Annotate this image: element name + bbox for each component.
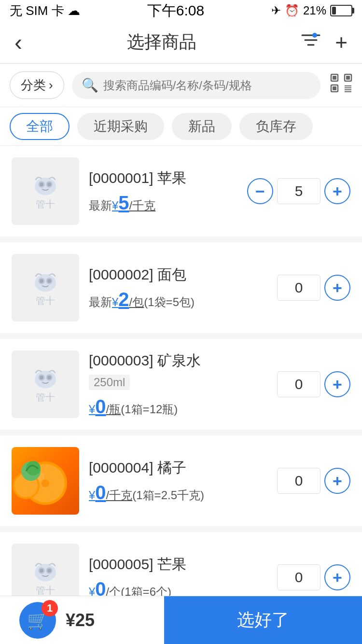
status-bar: 无 SIM 卡 ☁ 下午6:08 ✈ ⏰ 21% <box>0 0 362 21</box>
price-row: ¥ 0 /瓶 (1箱=12瓶) <box>89 396 267 418</box>
quantity-control: + <box>277 468 350 494</box>
brand-label: 管十 <box>36 294 55 308</box>
brand-label: 管十 <box>36 391 55 404</box>
filter-icon[interactable] <box>301 31 320 53</box>
category-label: 分类 <box>21 77 46 94</box>
nav-bar: ‹ 选择商品 + <box>0 21 362 64</box>
tab-new[interactable]: 新品 <box>172 113 232 140</box>
tab-recent[interactable]: 近期采购 <box>77 113 164 140</box>
product-info: [0000002] 面包 最新 ¥ 2 /包 (1袋=5包) <box>79 265 277 310</box>
product-name: [0000004] 橘子 <box>89 458 267 478</box>
tab-all[interactable]: 全部 <box>10 113 70 140</box>
qty-minus-button[interactable]: − <box>247 178 273 204</box>
product-list: 管十 [0000001] 苹果 最新 ¥ 5 /千克 − + <box>0 146 362 644</box>
svg-rect-8 <box>346 76 350 80</box>
svg-rect-7 <box>333 76 336 80</box>
search-input-wrap: 🔍 <box>72 72 320 99</box>
qty-input[interactable] <box>277 371 320 397</box>
product-image: 管十 <box>12 157 79 225</box>
qty-input[interactable] <box>277 564 320 590</box>
search-bar: 分类 › 🔍 <box>0 64 362 107</box>
cart-area: 🛒 1 ¥25 <box>0 602 164 639</box>
svg-point-41 <box>47 569 51 573</box>
qty-input[interactable] <box>277 275 320 301</box>
svg-point-19 <box>35 274 56 292</box>
status-right: ✈ ⏰ 21% <box>271 4 352 17</box>
owl-icon: 管十 <box>12 350 79 418</box>
svg-point-36 <box>42 479 49 487</box>
product-image: 管十 <box>12 350 79 418</box>
product-name: [0000001] 苹果 <box>89 168 237 188</box>
brand-label: 管十 <box>36 198 55 211</box>
svg-point-27 <box>40 376 43 379</box>
tab-negative[interactable]: 负库存 <box>239 113 313 140</box>
quantity-control: + <box>277 371 350 397</box>
bottom-bar: 🛒 1 ¥25 选好了 <box>0 596 362 644</box>
price-row: 最新 ¥ 2 /包 (1袋=5包) <box>89 289 267 310</box>
svg-point-14 <box>35 178 56 195</box>
quantity-control: + <box>277 564 350 590</box>
category-button[interactable]: 分类 › <box>10 71 64 99</box>
quantity-control: − + <box>247 178 350 204</box>
product-name: [0000002] 面包 <box>89 265 267 285</box>
status-time: 下午6:08 <box>147 1 204 21</box>
alarm-icon: ⏰ <box>285 4 299 17</box>
battery-percent: 21% <box>303 4 326 17</box>
qty-plus-button[interactable]: + <box>324 468 350 494</box>
nav-actions: + <box>301 30 348 55</box>
svg-point-40 <box>40 569 43 573</box>
svg-point-17 <box>40 182 43 186</box>
price-row: 最新 ¥ 5 /千克 <box>89 192 237 214</box>
sim-status: 无 SIM 卡 ☁ <box>10 2 80 19</box>
cart-total: ¥25 <box>66 610 95 630</box>
product-info: [0000004] 橘子 ¥ 0 /千克 (1箱=2.5千克) <box>79 458 277 504</box>
cart-badge: 1 <box>42 600 58 616</box>
tab-bar: 全部 近期采购 新品 负库存 <box>0 107 362 146</box>
svg-point-22 <box>40 279 43 283</box>
search-input[interactable] <box>103 79 311 92</box>
svg-point-37 <box>35 564 56 581</box>
product-image: 管十 <box>12 254 79 322</box>
product-name: [0000005] 芒果 <box>89 555 267 574</box>
product-item: 管十 [0000002] 面包 最新 ¥ 2 /包 (1袋=5包) + <box>0 242 362 339</box>
svg-point-28 <box>47 376 51 379</box>
product-image <box>12 447 79 515</box>
owl-icon: 管十 <box>12 254 79 322</box>
svg-point-23 <box>47 279 51 283</box>
page-title: 选择商品 <box>127 30 196 54</box>
product-info: [0000003] 矿泉水 250ml ¥ 0 /瓶 (1箱=12瓶) <box>79 351 277 418</box>
owl-icon: 管十 <box>12 157 79 225</box>
product-item: 管十 [0000001] 苹果 最新 ¥ 5 /千克 − + <box>0 146 362 242</box>
qty-input[interactable] <box>277 178 320 204</box>
confirm-button[interactable]: 选好了 <box>164 596 362 644</box>
search-icon: 🔍 <box>82 77 98 93</box>
status-left: 无 SIM 卡 ☁ <box>10 2 80 19</box>
qty-plus-button[interactable]: + <box>324 178 350 204</box>
svg-point-24 <box>35 371 56 388</box>
product-item: [0000004] 橘子 ¥ 0 /千克 (1箱=2.5千克) + <box>0 435 362 532</box>
quantity-control: + <box>277 275 350 301</box>
location-icon: ✈ <box>271 4 281 17</box>
scan-icon[interactable] <box>330 73 352 97</box>
add-icon[interactable]: + <box>335 30 348 55</box>
product-info: [0000005] 芒果 ¥ 0 /个 (1箱=6个) <box>79 555 277 600</box>
qty-plus-button[interactable]: + <box>324 275 350 301</box>
qty-input[interactable] <box>277 468 320 494</box>
brand-label: 管十 <box>36 584 55 597</box>
product-spec: 250ml <box>89 375 130 390</box>
category-chevron: › <box>49 78 53 93</box>
product-item: 管十 [0000003] 矿泉水 250ml ¥ 0 /瓶 (1箱=12瓶) + <box>0 339 362 435</box>
cart-icon-wrap: 🛒 1 <box>19 602 56 639</box>
qty-plus-button[interactable]: + <box>324 371 350 397</box>
qty-plus-button[interactable]: + <box>324 564 350 590</box>
svg-point-18 <box>47 182 51 186</box>
svg-point-3 <box>312 33 317 38</box>
price-row: ¥ 0 /千克 (1箱=2.5千克) <box>89 482 267 504</box>
battery-icon <box>330 5 352 16</box>
product-name: [0000003] 矿泉水 <box>89 351 267 371</box>
back-button[interactable]: ‹ <box>14 29 22 56</box>
product-info: [0000001] 苹果 最新 ¥ 5 /千克 <box>79 168 247 214</box>
svg-rect-9 <box>333 86 336 90</box>
